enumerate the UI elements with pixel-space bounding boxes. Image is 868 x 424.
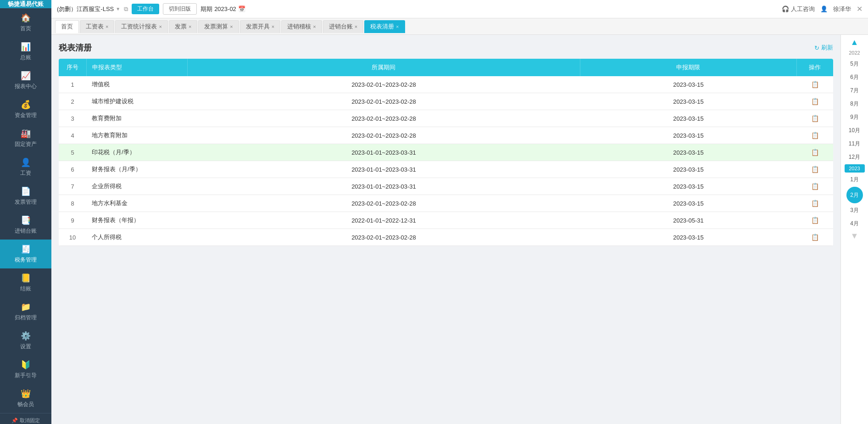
cell-deadline: 2023-03-15: [580, 178, 796, 195]
sidebar-item-funds[interactable]: 💰 资金管理: [0, 95, 51, 124]
cancel-pin-label: 取消固定: [20, 417, 40, 424]
tab-close-icon[interactable]: ×: [230, 24, 233, 29]
calendar-month-1[interactable]: 1月: [845, 173, 865, 186]
tab-close-icon[interactable]: ×: [396, 24, 399, 29]
user-avatar[interactable]: 👤: [820, 6, 828, 12]
sidebar-item-purchase-sales[interactable]: 📑 进销台账: [0, 211, 51, 240]
cell-type: 城市维护建设税: [86, 93, 187, 110]
tab-close-icon[interactable]: ×: [313, 24, 316, 29]
cell-action: 📋: [796, 110, 833, 127]
sidebar-item-ledger[interactable]: 📊 总账: [0, 37, 51, 66]
header-right: 🎧 人工咨询 👤 徐泽华 ✕: [782, 5, 862, 13]
switch-old-button[interactable]: 切到旧版: [163, 3, 197, 15]
cell-action: 📋: [796, 127, 833, 144]
cell-index: 2: [59, 93, 86, 110]
tab-invoice[interactable]: 发票 ×: [169, 20, 197, 33]
calendar-month-6[interactable]: 6月: [845, 71, 865, 84]
sidebar-item-guide[interactable]: 🔰 新手引导: [0, 355, 51, 384]
page-content: 税表清册 ↻ 刷新 序号 申报表类型 所属期间 申报期限 操作: [51, 35, 868, 424]
tab-invoice-calc[interactable]: 发票测算 ×: [198, 20, 239, 33]
sidebar-item-home[interactable]: 🏠 首页: [0, 8, 51, 37]
sidebar-item-label: 结账: [20, 285, 31, 293]
cancel-pin-button[interactable]: 📌 取消固定: [0, 413, 51, 424]
sidebar-item-tax[interactable]: 🧾 税务管理: [0, 240, 51, 268]
calendar-month-8[interactable]: 8月: [845, 98, 865, 110]
table-row: 4地方教育附加2023-02-01~2023-02-282023-03-15📋: [59, 127, 833, 144]
calendar-month-10[interactable]: 10月: [845, 124, 865, 137]
action-document-icon[interactable]: 📋: [811, 81, 819, 88]
tab-close-icon[interactable]: ×: [189, 24, 191, 29]
refresh-button[interactable]: ↻ 刷新: [814, 44, 833, 52]
close-window-button[interactable]: ✕: [857, 6, 862, 13]
page-title-bar: 税表清册 ↻ 刷新: [59, 42, 833, 53]
table-row: 3教育费附加2023-02-01~2023-02-282023-03-15📋: [59, 110, 833, 127]
action-document-icon[interactable]: 📋: [811, 234, 819, 241]
cell-period: 2023-02-01~2023-02-28: [187, 195, 580, 212]
tab-close-icon[interactable]: ×: [106, 24, 108, 29]
calendar-icon[interactable]: 📅: [238, 6, 245, 12]
tab-home[interactable]: 首页: [55, 20, 79, 33]
period-value: 2023-02: [214, 6, 236, 12]
tab-purchase-ledger[interactable]: 进销台账 ×: [323, 20, 363, 33]
sidebar-item-report[interactable]: 📈 报表中心: [0, 66, 51, 95]
action-document-icon[interactable]: 📋: [811, 115, 819, 122]
sidebar: 畅捷通易代账 🏠 首页 📊 总账 📈 报表中心 💰 资金管理 🏭 固定资产 👤 …: [0, 0, 51, 424]
copy-icon[interactable]: ⧉: [124, 6, 128, 13]
vip-icon: 👑: [21, 389, 31, 399]
calendar-month-12[interactable]: 12月: [845, 151, 865, 163]
calendar-month-7[interactable]: 7月: [845, 84, 865, 97]
tab-payroll[interactable]: 工资表 ×: [80, 20, 114, 33]
sidebar-item-label: 工资: [20, 169, 31, 177]
tab-purchase-audit[interactable]: 进销稽核 ×: [281, 20, 322, 33]
cell-deadline: 2023-03-15: [580, 93, 796, 110]
consult-button[interactable]: 🎧 人工咨询: [782, 5, 815, 13]
calendar-month-3[interactable]: 3月: [845, 204, 865, 217]
tab-payroll-stat[interactable]: 工资统计报表 ×: [115, 20, 167, 33]
calendar-month-2[interactable]: 2月: [846, 187, 863, 203]
tab-invoice-issue[interactable]: 发票开具 ×: [240, 20, 280, 33]
sidebar-item-close[interactable]: 📒 结账: [0, 268, 51, 297]
sidebar-item-archive[interactable]: 📁 归档管理: [0, 297, 51, 326]
cell-period: 2023-02-01~2023-02-28: [187, 110, 580, 127]
cell-action: 📋: [796, 195, 833, 212]
chevron-down-icon: ▼: [116, 6, 120, 11]
action-document-icon[interactable]: 📋: [811, 98, 819, 105]
tab-close-icon[interactable]: ×: [272, 24, 274, 29]
cell-type: 印花税（月/季）: [86, 144, 187, 161]
cell-deadline: 2023-03-15: [580, 161, 796, 178]
calendar-month-11[interactable]: 11月: [845, 138, 865, 150]
tab-close-icon[interactable]: ×: [355, 24, 357, 29]
calendar-up-button[interactable]: ▲: [851, 37, 859, 48]
workbench-button[interactable]: 工作台: [132, 4, 159, 14]
calendar-month-4[interactable]: 4月: [845, 218, 865, 230]
tabs-bar: 首页 工资表 × 工资统计报表 × 发票 × 发票测算 × 发票开具 × 进销稽…: [51, 18, 868, 35]
calendar-month-5[interactable]: 5月: [845, 58, 865, 70]
calendar-down-button[interactable]: ▼: [851, 230, 859, 242]
company-selector[interactable]: (勿删）江西服宝-LSS ▼: [57, 5, 120, 13]
action-document-icon[interactable]: 📋: [811, 183, 819, 190]
col-type: 申报表类型: [86, 59, 187, 76]
tab-tax-list[interactable]: 税表清册 ×: [364, 20, 405, 33]
cell-period: 2023-02-01~2023-02-28: [187, 76, 580, 93]
tab-close-icon[interactable]: ×: [159, 24, 161, 29]
sidebar-item-payroll[interactable]: 👤 工资: [0, 153, 51, 182]
cell-index: 6: [59, 161, 86, 178]
top-header: (勿删）江西服宝-LSS ▼ ⧉ 工作台 切到旧版 期期 2023-02 📅 🎧…: [51, 0, 868, 18]
calendar-month-9[interactable]: 9月: [845, 111, 865, 123]
action-document-icon[interactable]: 📋: [811, 217, 819, 224]
cell-deadline: 2023-03-15: [580, 144, 796, 161]
action-document-icon[interactable]: 📋: [811, 200, 819, 207]
table-row: 9财务报表（年报）2022-01-01~2022-12-312023-05-31…: [59, 212, 833, 229]
sidebar-item-assets[interactable]: 🏭 固定资产: [0, 124, 51, 153]
action-document-icon[interactable]: 📋: [811, 166, 819, 173]
tab-purchase-ledger-label: 进销台账: [329, 22, 353, 31]
tab-payroll-stat-label: 工资统计报表: [121, 22, 157, 31]
sidebar-item-settings[interactable]: ⚙️ 设置: [0, 326, 51, 355]
action-document-icon[interactable]: 📋: [811, 132, 819, 139]
sidebar-item-vip[interactable]: 👑 畅会员: [0, 384, 51, 413]
cell-period: 2023-01-01~2023-03-31: [187, 144, 580, 161]
sidebar-item-invoice[interactable]: 📄 发票管理: [0, 182, 51, 211]
cell-action: 📋: [796, 144, 833, 161]
refresh-icon: ↻: [814, 45, 819, 51]
action-document-icon[interactable]: 📋: [811, 149, 819, 156]
